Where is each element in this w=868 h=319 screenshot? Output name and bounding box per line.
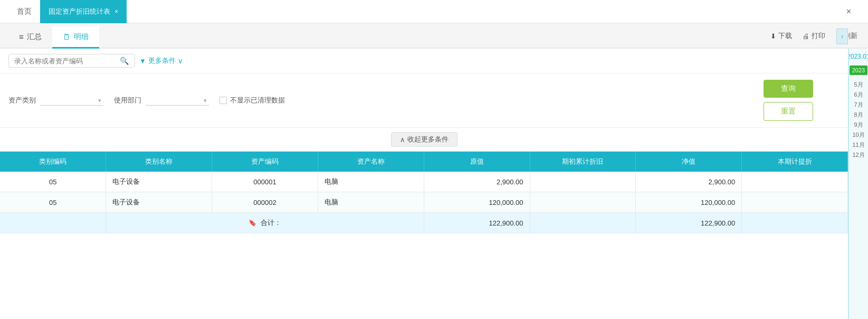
filter-icon: ▼ [139, 57, 146, 65]
col-category-name: 类别名称 [106, 152, 212, 172]
cell-accumulated [530, 172, 636, 192]
chevron-down-icon: ∨ [178, 57, 183, 65]
nav-home[interactable]: 首页 [8, 7, 40, 16]
asset-category-label: 资产类别 [8, 96, 36, 105]
more-conditions-label: 更多条件 [148, 56, 176, 65]
table-header-row: 类别编码 类别名称 资产编码 资产名称 原值 期初累计折旧 净值 本期计提折 [0, 152, 848, 172]
nav-active-tab[interactable]: 固定资产折旧统计表 × [40, 0, 127, 23]
tab-detail-label: 明细 [74, 32, 89, 42]
col-net-value: 净值 [636, 152, 742, 172]
table-row: 05 电子设备 000001 电脑 2,900.00 2,900.00 [0, 172, 848, 192]
summary-label: 合计： [261, 219, 281, 227]
department-field: 使用部门 [114, 95, 209, 106]
cell-asset-name: 电脑 [318, 192, 424, 213]
col-accumulated-depreciation: 期初累计折旧 [530, 152, 636, 172]
search-icon: 🔍 [120, 57, 129, 65]
month-11[interactable]: 11月 [852, 140, 864, 149]
tab-close-icon[interactable]: × [115, 8, 118, 15]
detail-icon: 🗒 [63, 32, 71, 41]
month-7[interactable]: 7月 [854, 100, 863, 109]
tab-summary[interactable]: ≡ 汇总 [8, 26, 52, 49]
summary-row: 🔖 合计： 122,900.00 122,900.00 [0, 213, 848, 233]
print-label: 打印 [812, 31, 825, 41]
month-10[interactable]: 10月 [852, 130, 864, 139]
download-icon: ⬇ [770, 32, 776, 40]
summary-accumulated [530, 213, 636, 233]
department-select-wrap[interactable] [146, 95, 209, 106]
tab-label: 固定资产折旧统计表 [49, 7, 110, 16]
print-button[interactable]: 🖨 打印 [803, 31, 825, 41]
col-category-code: 类别编码 [0, 152, 106, 172]
cell-category-code: 05 [0, 192, 106, 213]
hide-cleared-checkbox-wrap[interactable]: 不显示已清理数据 [220, 96, 285, 105]
chevron-right-icon: › [841, 33, 843, 40]
panel-toggle-button[interactable]: › [836, 29, 848, 44]
summary-icon: 🔖 [249, 219, 256, 227]
col-original-value: 原值 [424, 152, 530, 172]
table-row: 05 电子设备 000002 电脑 120,000.00 120,000.00 [0, 192, 848, 213]
cell-asset-code: 000001 [212, 172, 318, 192]
summary-empty-1 [0, 213, 106, 233]
tab-detail[interactable]: 🗒 明细 [52, 26, 99, 49]
date-months: 5月 6月 7月 8月 9月 10月 11月 12月 [852, 80, 864, 160]
hide-cleared-checkbox[interactable] [220, 97, 227, 104]
query-button[interactable]: 查询 [764, 80, 813, 98]
summary-icon: ≡ [19, 32, 24, 41]
more-conditions-button[interactable]: ▼ 更多条件 ∨ [139, 56, 183, 65]
cell-net-value: 2,900.00 [636, 172, 742, 192]
date-sidebar: 2023.01 2023 5月 6月 7月 8月 9月 10月 11月 12月 [848, 49, 868, 319]
data-table: 类别编码 类别名称 资产编码 资产名称 原值 期初累计折旧 净值 本期计提折 0… [0, 152, 848, 233]
department-select[interactable] [146, 95, 209, 106]
date-header-text: 2023.01 [848, 53, 868, 60]
month-9[interactable]: 9月 [854, 120, 863, 129]
content-area: ≡ 汇总 🗒 明细 ⬇ 下载 🖨 打印 ↺ 刷新 [0, 23, 868, 319]
search-input-wrap[interactable]: 🔍 [8, 54, 135, 68]
cell-original-value: 2,900.00 [424, 172, 530, 192]
filter-area: 资产类别 使用部门 不显示已清理数据 [0, 73, 848, 128]
cell-net-value: 120,000.00 [636, 192, 742, 213]
print-icon: 🖨 [803, 32, 809, 40]
asset-category-select-wrap[interactable] [40, 95, 103, 106]
asset-category-select[interactable] [40, 95, 103, 106]
download-label: 下载 [778, 31, 792, 41]
top-nav: 首页 固定资产折旧统计表 × × [0, 0, 868, 23]
filter-actions: 查询 重置 [764, 80, 840, 121]
cell-category-name: 电子设备 [106, 192, 212, 213]
window-close-icon[interactable]: × [838, 7, 860, 16]
cell-accumulated [530, 192, 636, 213]
chevron-up-icon: ∧ [400, 136, 405, 144]
cell-original-value: 120,000.00 [424, 192, 530, 213]
collapse-button[interactable]: ∧ 收起更多条件 [391, 132, 457, 147]
asset-category-field: 资产类别 [8, 95, 103, 106]
col-current-depreciation: 本期计提折 [742, 152, 848, 172]
year-badge[interactable]: 2023 [850, 65, 867, 75]
col-asset-code: 资产编码 [212, 152, 318, 172]
department-label: 使用部门 [114, 96, 141, 105]
collapse-label: 收起更多条件 [407, 135, 449, 144]
cell-current [742, 172, 848, 192]
reset-button[interactable]: 重置 [764, 102, 813, 121]
summary-net-value: 122,900.00 [636, 213, 742, 233]
search-bar: 🔍 ▼ 更多条件 ∨ › [0, 49, 848, 73]
date-header[interactable]: 2023.01 [848, 52, 868, 61]
cell-asset-code: 000002 [212, 192, 318, 213]
month-12[interactable]: 12月 [852, 151, 864, 160]
month-6[interactable]: 6月 [854, 90, 863, 99]
summary-label-cell: 🔖 合计： [106, 213, 424, 233]
cell-category-code: 05 [0, 172, 106, 192]
tab-summary-label: 汇总 [27, 32, 42, 42]
month-8[interactable]: 8月 [854, 110, 863, 119]
cell-current [742, 192, 848, 213]
collapse-bar: ∧ 收起更多条件 [0, 128, 848, 152]
table-wrap: 类别编码 类别名称 资产编码 资产名称 原值 期初累计折旧 净值 本期计提折 0… [0, 152, 848, 319]
hide-cleared-label: 不显示已清理数据 [230, 96, 285, 105]
search-input[interactable] [14, 57, 120, 65]
cell-asset-name: 电脑 [318, 172, 424, 192]
download-button[interactable]: ⬇ 下载 [770, 31, 792, 41]
sub-tabs: ≡ 汇总 🗒 明细 ⬇ 下载 🖨 打印 ↺ 刷新 [0, 23, 868, 49]
month-5[interactable]: 5月 [854, 80, 863, 89]
col-asset-name: 资产名称 [318, 152, 424, 172]
cell-category-name: 电子设备 [106, 172, 212, 192]
summary-original: 122,900.00 [424, 213, 530, 233]
summary-current [742, 213, 848, 233]
